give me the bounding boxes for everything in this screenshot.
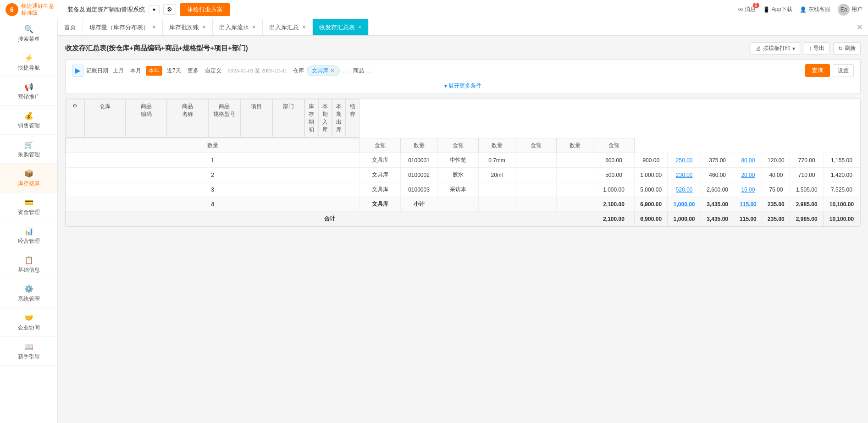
tab-panel-close-btn[interactable]: ✕ xyxy=(851,23,868,32)
date-btn-this-year[interactable]: 本年 xyxy=(146,66,162,76)
tab-close-flow[interactable]: ✕ xyxy=(252,24,256,30)
td-warehouse: 文具库 xyxy=(359,153,401,168)
sidebar-item-system[interactable]: ⚙️ 系统管理 xyxy=(0,279,57,308)
sidebar-item-marketing[interactable]: 📢 营销推广 xyxy=(0,77,57,106)
print-btn[interactable]: 🖨 按模板打印 ▾ xyxy=(751,42,800,55)
refresh-icon: ↻ xyxy=(838,45,843,52)
query-btn[interactable]: 查询 xyxy=(805,64,830,77)
page-title: 收发存汇总表(按仓库+商品编码+商品+规格型号+项目+部门) xyxy=(65,44,248,53)
td-code: 0100002 xyxy=(401,168,437,182)
th-out-amt: 金额 xyxy=(515,138,557,153)
trial-btn[interactable]: 体验行业方案 xyxy=(180,3,230,16)
td-name: 中性笔 xyxy=(437,153,479,168)
td-in-amt: 460.00 xyxy=(701,168,734,182)
td-out-qty[interactable]: 15.00 xyxy=(734,182,762,197)
date-btn-last-month[interactable]: 上月 xyxy=(111,66,126,76)
td-project xyxy=(515,168,557,182)
online-service-btn[interactable]: 👤 在线客服 xyxy=(800,5,830,13)
export-icon: ↑ xyxy=(809,45,812,52)
tab-close-summary[interactable]: ✕ xyxy=(302,24,306,30)
sidebar-item-basic[interactable]: 📋 基础信息 xyxy=(0,250,57,279)
th-gear[interactable]: ⚙ xyxy=(66,99,84,137)
date-filter-label: 记账日期 xyxy=(86,67,108,75)
date-btn-this-month[interactable]: 本月 xyxy=(128,66,143,76)
th-dept: 部门 xyxy=(272,99,304,137)
page-header: 收发存汇总表(按仓库+商品编码+商品+规格型号+项目+部门) 🖨 按模板打印 ▾… xyxy=(65,42,861,55)
footer-out-qty: 115.00 xyxy=(734,212,762,226)
footer-out-amt: 235.00 xyxy=(762,212,790,226)
filter-expand-toggle[interactable]: ▶ xyxy=(72,65,83,77)
th-goods-name: 商品名称 xyxy=(167,99,208,137)
td-out-qty[interactable]: 20.00 xyxy=(734,168,762,182)
settings-icon-btn[interactable]: ⚙ xyxy=(163,4,176,15)
td-subtotal-label: 小计 xyxy=(401,197,437,212)
th-open-qty: 数量 xyxy=(66,138,359,153)
sidebar-item-quicknav[interactable]: ⚡ 快捷导航 xyxy=(0,48,57,77)
warehouse-more-btn[interactable]: ... xyxy=(343,67,347,74)
td-sub-in-qty[interactable]: 1,000.00 xyxy=(668,197,701,212)
td-name: 胶水 xyxy=(437,168,479,182)
sidebar-item-finance[interactable]: 💳 资金管理 xyxy=(0,192,57,221)
sidebar-item-inventory[interactable]: 📦 库存核算 xyxy=(0,164,57,192)
td-open-qty: 1,000.00 xyxy=(593,182,635,197)
td-in-amt: 2,600.00 xyxy=(701,182,734,197)
expand-conditions-btn[interactable]: ▾ 展开更多条件 xyxy=(444,82,481,90)
td-in-qty[interactable]: 250.00 xyxy=(668,153,701,168)
date-btn-more[interactable]: 更多 xyxy=(186,66,200,76)
sidebar-item-sales[interactable]: 💰 销售管理 xyxy=(0,106,57,135)
footer-row: 合计 2,100.00 6,900.00 1,000.00 3,435.00 1… xyxy=(66,212,860,226)
date-btn-7days[interactable]: 近7天 xyxy=(165,66,183,76)
sidebar-item-management[interactable]: 📊 经营管理 xyxy=(0,221,57,250)
tab-stock-dist[interactable]: 现存量（库存分布表） ✕ xyxy=(83,19,163,36)
th-open-amt: 金额 xyxy=(359,138,401,153)
settings-link-btn[interactable]: 设置 xyxy=(833,64,854,77)
td-seq: 2 xyxy=(66,168,359,182)
table-body: 1 文具库 0100001 中性笔 0.7mm 600.00 900.00 25… xyxy=(66,153,860,212)
purchase-icon: 🛒 xyxy=(24,140,33,149)
td-seq: 1 xyxy=(66,153,359,168)
goods-more-btn[interactable]: ... xyxy=(367,67,371,74)
td-sub-out-qty[interactable]: 115.00 xyxy=(734,197,762,212)
filter-row1: ▶ 记账日期 上月 本月 本年 近7天 更多 自定义 2023-01-01 至 … xyxy=(72,64,854,77)
sales-icon: 💰 xyxy=(24,111,33,120)
refresh-btn[interactable]: ↻ 刷新 xyxy=(833,42,861,55)
td-open-amt: 5,000.00 xyxy=(635,182,668,197)
sidebar-item-guide[interactable]: 📖 新手引导 xyxy=(0,337,57,366)
th-warehouse: 仓库 xyxy=(84,99,126,137)
td-bal-amt: 1,155.00 xyxy=(823,153,860,168)
export-btn[interactable]: ↑ 导出 xyxy=(804,42,829,55)
td-in-qty[interactable]: 520.00 xyxy=(668,182,701,197)
td-spec xyxy=(479,182,515,197)
sidebar-item-enterprise[interactable]: 🤝 企业协同 xyxy=(0,308,57,337)
sidebar-item-search[interactable]: 🔍 搜索菜单 xyxy=(0,19,57,48)
user-btn[interactable]: Ea 用户 xyxy=(838,4,862,16)
system-dropdown-btn[interactable]: ▾ xyxy=(149,5,160,14)
filter-divider1 xyxy=(290,67,290,74)
tab-flow[interactable]: 出入库流水 ✕ xyxy=(213,19,263,36)
app-download-btn[interactable]: 📱 App下载 xyxy=(763,5,792,13)
td-project xyxy=(515,182,557,197)
td-dept xyxy=(557,182,593,197)
tab-summary[interactable]: 出入库汇总 ✕ xyxy=(263,19,313,36)
print-icon: 🖨 xyxy=(756,45,761,52)
tab-recv-send[interactable]: 收发存汇总表 ✕ xyxy=(313,19,369,36)
tab-batch[interactable]: 库存批次账 ✕ xyxy=(163,19,213,36)
tab-close-batch[interactable]: ✕ xyxy=(202,24,206,30)
date-range-display: 2023-01-01 至 2023-12-31 xyxy=(228,67,287,74)
message-btn[interactable]: ✉ 消息 6 xyxy=(738,5,756,13)
th-in-amt: 金额 xyxy=(437,138,479,153)
tab-home[interactable]: 首页 xyxy=(58,19,83,36)
tab-close-recv-send[interactable]: ✕ xyxy=(358,24,362,30)
guide-icon: 📖 xyxy=(24,342,33,351)
footer-open-qty: 2,100.00 xyxy=(593,212,635,226)
tab-close-stock-dist[interactable]: ✕ xyxy=(152,24,156,30)
td-bal-qty: 710.00 xyxy=(790,168,823,182)
td-empty2 xyxy=(479,197,515,212)
date-btn-custom[interactable]: 自定义 xyxy=(203,66,223,76)
warehouse-tag-close[interactable]: ✕ xyxy=(330,67,335,74)
td-in-amt: 375.00 xyxy=(701,153,734,168)
filter-row2: ▾ 展开更多条件 xyxy=(72,80,854,92)
td-in-qty[interactable]: 230.00 xyxy=(668,168,701,182)
td-out-qty[interactable]: 80.00 xyxy=(734,153,762,168)
sidebar-item-purchase[interactable]: 🛒 采购管理 xyxy=(0,135,57,164)
